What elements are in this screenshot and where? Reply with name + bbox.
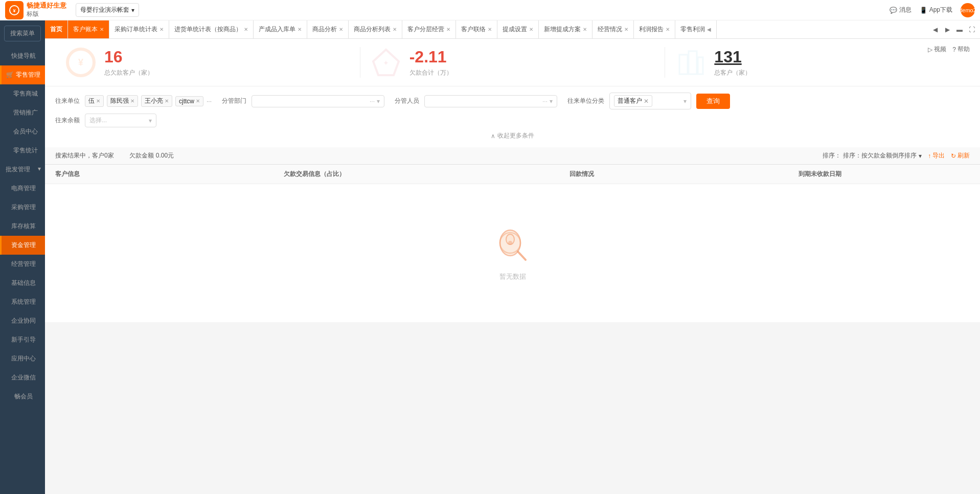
- app-center-label: 应用中心: [11, 355, 36, 362]
- video-btn[interactable]: ▷ 视频: [928, 45, 946, 54]
- sidebar-item-member[interactable]: 会员中心: [0, 122, 45, 141]
- collapse-filters-btn[interactable]: ∧ 收起更多条件: [55, 131, 970, 140]
- help-btn[interactable]: ? 帮助: [952, 45, 970, 54]
- tab-purchase-order[interactable]: 采购订单统计表 ✕: [109, 20, 169, 39]
- tab-commission-set[interactable]: 提成设置 ✕: [497, 20, 539, 39]
- stat3-icon: [675, 47, 706, 78]
- sidebar-item-marketing[interactable]: 营销推广: [0, 103, 45, 122]
- tab-customer-contact[interactable]: 客户联络 ✕: [456, 20, 497, 39]
- tab-close-product-analysis-list[interactable]: ✕: [393, 27, 397, 32]
- tab-customer-tier[interactable]: 客户分层经营 ✕: [402, 20, 456, 39]
- avatar[interactable]: demo2: [961, 3, 975, 17]
- tab-close-operations[interactable]: ✕: [624, 27, 628, 32]
- tab-scroll-right[interactable]: ▶: [942, 25, 952, 35]
- tab-close-commission-set[interactable]: ✕: [529, 27, 533, 32]
- dept-select[interactable]: ··· ▾: [252, 95, 384, 107]
- tab-close-profit-report[interactable]: ✕: [666, 27, 670, 32]
- remainder-select[interactable]: 选择... ▾: [85, 114, 156, 127]
- tab-customer-ledger[interactable]: 客户账本 ✕: [68, 20, 109, 39]
- sidebar-item-retail[interactable]: 🛒 零售管理: [0, 65, 45, 84]
- sidebar-item-vip[interactable]: 畅会员: [0, 387, 45, 406]
- person-select[interactable]: ··· ▾: [424, 95, 557, 107]
- dept-more-icon: ···: [370, 98, 375, 105]
- refresh-btn[interactable]: ↻ 刷新: [951, 151, 970, 160]
- unit-tag-more[interactable]: ···: [207, 98, 212, 105]
- tab-scroll-left[interactable]: ◀: [930, 25, 940, 35]
- sidebar-item-purchase[interactable]: 采购管理: [0, 198, 45, 217]
- commission-set-label: 提成设置: [503, 25, 527, 34]
- purchase-order-label: 采购订单统计表: [115, 25, 157, 34]
- tab-close-customer-ledger[interactable]: ✕: [100, 27, 104, 32]
- tab-production[interactable]: 产成品入库单 ✕: [254, 20, 307, 39]
- query-button[interactable]: 查询: [696, 94, 730, 109]
- tab-purchase-stat[interactable]: 进货单统计表（按商品） ✕: [169, 20, 254, 39]
- export-btn[interactable]: ↑ 导出: [928, 151, 945, 160]
- sidebar-item-quick-nav[interactable]: 快捷导航: [0, 47, 45, 65]
- col-header-customer: 客户信息: [55, 170, 284, 178]
- app-download-btn[interactable]: 📱 App下载: [920, 6, 952, 14]
- tab-close-purchase-stat[interactable]: ✕: [244, 27, 248, 32]
- unit-tag-wu: 伍 ✕: [85, 95, 104, 107]
- finance-label: 资金管理: [11, 241, 36, 249]
- collapse-up-icon: ∧: [491, 132, 495, 140]
- quick-nav-label: 快捷导航: [11, 52, 36, 59]
- results-info: 搜索结果中，客户0家 欠款金额 0.00元: [55, 151, 174, 160]
- export-icon: ↑: [928, 152, 931, 160]
- svg-text:¥: ¥: [13, 8, 15, 13]
- all-customers-value: 131: [714, 48, 751, 66]
- stat-all-customers: 131 总客户（家）: [665, 47, 970, 78]
- sort-select[interactable]: 排序： 排序：按欠款金额倒序排序 ▾: [823, 151, 922, 160]
- retail-profit-label: 零售利润: [680, 25, 705, 34]
- stat3-info: 131 总客户（家）: [714, 48, 751, 77]
- tab-close-product-analysis[interactable]: ✕: [339, 27, 343, 32]
- tab-close-purchase-order[interactable]: ✕: [159, 27, 164, 32]
- top-bar-right: 💬 消息 📱 App下载 demo2: [890, 3, 975, 17]
- tab-close-new-commission[interactable]: ✕: [583, 27, 587, 32]
- tab-minimize[interactable]: ▬: [954, 25, 965, 35]
- tab-operations[interactable]: 经营情况 ✕: [592, 20, 634, 39]
- export-label: 导出: [932, 151, 945, 160]
- sidebar-item-ecommerce[interactable]: 电商管理: [0, 179, 45, 198]
- dept-chevron-icon: ▾: [377, 98, 380, 105]
- tab-profit-report[interactable]: 利润报告 ✕: [634, 20, 675, 39]
- store-selector[interactable]: 母婴行业演示帐套 ▾: [76, 3, 139, 17]
- svg-rect-5: [679, 55, 688, 74]
- unit-tag-wang-close[interactable]: ✕: [165, 98, 169, 104]
- sidebar-item-wholesale[interactable]: 批发管理 ▾: [0, 160, 45, 179]
- tab-expand[interactable]: ⛶: [967, 25, 977, 35]
- customer-contact-label: 客户联络: [461, 25, 486, 34]
- app-label: App下载: [929, 6, 952, 14]
- tab-retail-profit[interactable]: 零售利润 ◀: [675, 20, 717, 39]
- tab-new-commission[interactable]: 新增提成方案 ✕: [539, 20, 592, 39]
- search-menu-btn[interactable]: 搜索菜单: [4, 26, 41, 41]
- ecommerce-label: 电商管理: [11, 185, 36, 192]
- unit-tag-wu-close[interactable]: ✕: [96, 98, 100, 104]
- sidebar-item-inventory[interactable]: 库存核算: [0, 217, 45, 236]
- sidebar-item-basic-info[interactable]: 基础信息: [0, 274, 45, 293]
- sidebar-item-operation[interactable]: 经营管理: [0, 255, 45, 274]
- sidebar-item-enterprise[interactable]: 企业协同: [0, 311, 45, 330]
- tab-close-retail-profit[interactable]: ◀: [707, 27, 711, 32]
- unit-tag-cjttcw-close[interactable]: ✕: [196, 98, 200, 104]
- enterprise-label: 企业协同: [11, 317, 36, 324]
- tab-close-customer-tier[interactable]: ✕: [446, 27, 450, 32]
- tab-close-customer-contact[interactable]: ✕: [488, 27, 492, 32]
- sidebar-item-system[interactable]: 系统管理: [0, 293, 45, 311]
- unit-cat-select[interactable]: 普通客户 ✕ ▾: [609, 93, 691, 109]
- sidebar-item-retail-mall[interactable]: 零售商城: [0, 84, 45, 103]
- sidebar-item-guide[interactable]: 新手引导: [0, 330, 45, 349]
- tab-close-production[interactable]: ✕: [298, 27, 302, 32]
- tab-product-analysis-list[interactable]: 商品分析列表 ✕: [349, 20, 402, 39]
- sidebar-item-app-center[interactable]: 应用中心: [0, 349, 45, 368]
- message-btn[interactable]: 💬 消息: [890, 6, 911, 14]
- profit-report-label: 利润报告: [639, 25, 664, 34]
- unit-tag-chen-close[interactable]: ✕: [130, 98, 134, 104]
- sidebar-item-wechat[interactable]: 企业微信: [0, 368, 45, 387]
- home-tab-label: 首页: [50, 25, 62, 34]
- unit-cat-tag-remove[interactable]: ✕: [644, 98, 649, 105]
- sidebar-item-finance[interactable]: 资金管理: [0, 236, 45, 255]
- col-header-debt: 欠款交易信息（占比）: [284, 170, 569, 178]
- tab-home[interactable]: 首页: [45, 20, 68, 39]
- sidebar-item-retail-stat[interactable]: 零售统计: [0, 141, 45, 160]
- tab-product-analysis[interactable]: 商品分析 ✕: [307, 20, 349, 39]
